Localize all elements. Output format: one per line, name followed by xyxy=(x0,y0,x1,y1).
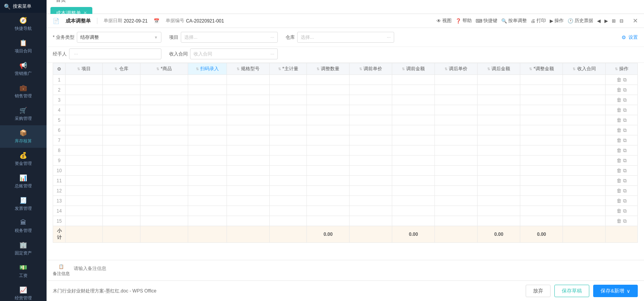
header-action-operate[interactable]: ▶ 操作 xyxy=(550,17,564,24)
copy-icon[interactable]: ⧉ xyxy=(623,117,627,123)
project-input[interactable]: 选择... ··· xyxy=(181,32,278,43)
cell-qty[interactable] xyxy=(307,196,350,206)
business-type-input[interactable]: 结存调整 ▼ xyxy=(77,32,161,43)
remarks-input[interactable] xyxy=(74,264,638,273)
cell-warehouse[interactable] xyxy=(103,95,140,105)
copy-icon[interactable]: ⧉ xyxy=(623,168,627,174)
cell-before_amount[interactable] xyxy=(392,85,435,95)
cell-warehouse[interactable] xyxy=(103,176,140,186)
delete-icon[interactable]: 🗑 xyxy=(616,218,621,224)
sidebar-item-payroll[interactable]: 💵 工资 xyxy=(0,260,47,282)
copy-icon[interactable]: ⧉ xyxy=(623,107,627,113)
cell-project[interactable] xyxy=(66,125,103,135)
copy-icon[interactable]: ⧉ xyxy=(623,157,627,164)
header-action-nav-next[interactable]: ▶ xyxy=(604,18,608,24)
cell-project[interactable] xyxy=(66,95,103,105)
header-action-expand1[interactable]: ⊞ xyxy=(612,18,616,24)
sidebar-item-quick-nav[interactable]: 🧭 快捷导航 xyxy=(0,13,47,35)
sidebar-item-inventory-accounting[interactable]: 📦 库存核算 xyxy=(0,125,47,148)
cell-qty[interactable] xyxy=(307,186,350,196)
cell-spec[interactable] xyxy=(227,196,269,206)
settings-label[interactable]: 设置 xyxy=(628,34,638,41)
cell-after_amount[interactable] xyxy=(478,125,520,135)
cell-warehouse[interactable] xyxy=(103,206,140,216)
settings-button-area[interactable]: ⚙ 设置 xyxy=(621,32,638,43)
cell-project[interactable] xyxy=(66,166,103,176)
cell-unit[interactable] xyxy=(269,85,306,95)
date-value[interactable]: 2022-09-21 xyxy=(124,18,147,24)
cell-product[interactable] xyxy=(140,196,188,206)
close-button[interactable]: ✕ xyxy=(633,17,638,24)
cell-scan[interactable] xyxy=(188,145,227,156)
cell-income_contract[interactable] xyxy=(563,176,606,186)
cell-project[interactable] xyxy=(66,206,103,216)
cell-warehouse[interactable] xyxy=(103,105,140,115)
cell-product[interactable] xyxy=(140,135,188,145)
cell-spec[interactable] xyxy=(227,135,269,145)
cell-scan[interactable] xyxy=(188,156,227,166)
cell-warehouse[interactable] xyxy=(103,125,140,135)
cell-unit[interactable] xyxy=(269,186,306,196)
cell-income_contract[interactable] xyxy=(563,156,606,166)
cell-before_amount[interactable] xyxy=(392,105,435,115)
cell-scan[interactable] xyxy=(188,206,227,216)
cell-before_amount[interactable] xyxy=(392,145,435,156)
cell-after_price[interactable] xyxy=(435,115,478,125)
cell-income_contract[interactable] xyxy=(563,196,606,206)
cell-project[interactable] xyxy=(66,145,103,156)
cell-product[interactable] xyxy=(140,115,188,125)
sidebar-item-sales-management[interactable]: 💼 销售管理 xyxy=(0,80,47,103)
cell-before_price[interactable] xyxy=(350,75,392,85)
sidebar-item-purchase-management[interactable]: 🛒 采购管理 xyxy=(0,103,47,125)
sidebar-item-project-contract[interactable]: 📋 项目合同 xyxy=(0,35,47,58)
cell-qty[interactable] xyxy=(307,125,350,135)
delete-icon[interactable]: 🗑 xyxy=(616,87,621,93)
cell-adjust_amount[interactable] xyxy=(520,216,563,226)
cell-unit[interactable] xyxy=(269,206,306,216)
col-header-settings[interactable]: ⚙ xyxy=(53,63,66,75)
cell-after_price[interactable] xyxy=(435,105,478,115)
cell-after_amount[interactable] xyxy=(478,135,520,145)
cell-adjust_amount[interactable] xyxy=(520,105,563,115)
cell-after_amount[interactable] xyxy=(478,186,520,196)
cell-product[interactable] xyxy=(140,206,188,216)
cell-income_contract[interactable] xyxy=(563,95,606,105)
cell-income_contract[interactable] xyxy=(563,85,606,95)
cell-before_amount[interactable] xyxy=(392,75,435,85)
cell-project[interactable] xyxy=(66,176,103,186)
cell-after_amount[interactable] xyxy=(478,85,520,95)
cell-product[interactable] xyxy=(140,75,188,85)
cell-project[interactable] xyxy=(66,75,103,85)
sidebar-item-fixed-assets[interactable]: 🏢 固定资产 xyxy=(0,237,47,260)
copy-icon[interactable]: ⧉ xyxy=(623,127,627,133)
cell-qty[interactable] xyxy=(307,145,350,156)
cell-scan[interactable] xyxy=(188,186,227,196)
cell-qty[interactable] xyxy=(307,75,350,85)
cell-qty[interactable] xyxy=(307,156,350,166)
cell-adjust_amount[interactable] xyxy=(520,156,563,166)
cell-product[interactable] xyxy=(140,145,188,156)
cell-unit[interactable] xyxy=(269,166,306,176)
delete-icon[interactable]: 🗑 xyxy=(616,107,621,113)
warehouse-input[interactable]: 选择... ··· xyxy=(297,32,394,43)
cell-product[interactable] xyxy=(140,216,188,226)
cell-spec[interactable] xyxy=(227,206,269,216)
cell-unit[interactable] xyxy=(269,125,306,135)
cell-warehouse[interactable] xyxy=(103,135,140,145)
cell-spec[interactable] xyxy=(227,95,269,105)
cell-spec[interactable] xyxy=(227,125,269,135)
cell-income_contract[interactable] xyxy=(563,216,606,226)
cell-before_amount[interactable] xyxy=(392,95,435,105)
cell-spec[interactable] xyxy=(227,156,269,166)
copy-icon[interactable]: ⧉ xyxy=(623,218,627,224)
cell-warehouse[interactable] xyxy=(103,216,140,226)
cell-income_contract[interactable] xyxy=(563,145,606,156)
cell-project[interactable] xyxy=(66,105,103,115)
cell-unit[interactable] xyxy=(269,95,306,105)
discard-button[interactable]: 放弃 xyxy=(526,285,551,297)
cell-qty[interactable] xyxy=(307,216,350,226)
cell-adjust_amount[interactable] xyxy=(520,75,563,85)
cell-spec[interactable] xyxy=(227,85,269,95)
header-action-print[interactable]: 🖨 打印 xyxy=(531,17,546,24)
cell-before_amount[interactable] xyxy=(392,156,435,166)
